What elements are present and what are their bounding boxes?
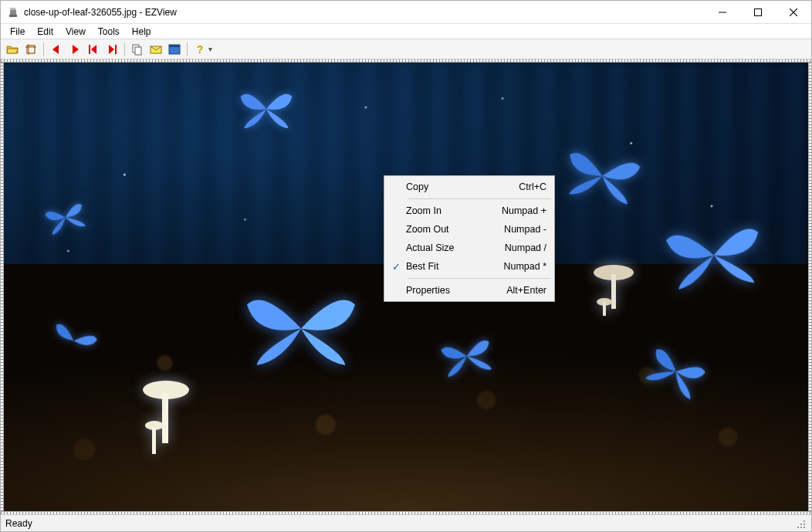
svg-rect-19 — [603, 302, 606, 316]
minimize-button[interactable] — [705, 1, 740, 24]
context-menu-separator — [408, 278, 551, 279]
svg-rect-11 — [135, 47, 141, 55]
copy-icon[interactable] — [129, 41, 146, 58]
context-menu-properties[interactable]: Properties Alt+Enter — [386, 281, 553, 300]
svg-rect-17 — [611, 274, 616, 309]
svg-rect-0 — [9, 15, 17, 17]
svg-rect-8 — [89, 45, 90, 54]
image-canvas[interactable]: Copy Ctrl+C Zoom In Numpad + Zoom Out Nu… — [4, 63, 808, 511]
context-menu: Copy Ctrl+C Zoom In Numpad + Zoom Out Nu… — [384, 175, 555, 302]
last-icon[interactable] — [103, 41, 120, 58]
svg-rect-14 — [169, 45, 180, 47]
first-icon[interactable] — [85, 41, 102, 58]
open-icon[interactable] — [4, 41, 21, 58]
resize-grip[interactable] — [794, 517, 807, 530]
svg-rect-9 — [115, 45, 117, 54]
context-menu-separator — [408, 198, 551, 199]
ruler-vertical-right — [808, 63, 811, 511]
svg-rect-21 — [162, 393, 168, 443]
menu-edit[interactable]: Edit — [31, 25, 59, 39]
prev-icon[interactable] — [48, 41, 65, 58]
close-button[interactable] — [776, 1, 811, 24]
help-icon[interactable]: ? — [191, 41, 208, 58]
check-icon: ✓ — [386, 261, 406, 273]
crop-icon[interactable] — [22, 41, 39, 58]
next-icon[interactable] — [66, 41, 83, 58]
context-menu-zoom-out[interactable]: Zoom Out Numpad - — [386, 220, 553, 239]
menu-help[interactable]: Help — [126, 25, 157, 39]
svg-rect-2 — [755, 8, 762, 15]
svg-rect-23 — [152, 427, 156, 454]
toolbar: ? ▾ — [1, 39, 811, 59]
context-menu-zoom-in[interactable]: Zoom In Numpad + — [386, 202, 553, 220]
status-text: Ready — [5, 518, 32, 529]
toolbar-overflow[interactable]: ▾ — [208, 45, 212, 53]
statusbar: Ready — [1, 514, 811, 531]
menu-file[interactable]: File — [4, 25, 31, 39]
menu-view[interactable]: View — [59, 25, 92, 39]
fullscreen-icon[interactable] — [166, 41, 183, 58]
ruler-horizontal-bottom — [1, 511, 811, 514]
svg-text:?: ? — [197, 43, 204, 56]
workspace: Copy Ctrl+C Zoom In Numpad + Zoom Out Nu… — [1, 59, 811, 514]
context-menu-best-fit[interactable]: ✓ Best Fit Numpad * — [386, 257, 553, 276]
titlebar: close-up-of-leaf-326055.jpg - EZView — [1, 1, 811, 24]
context-menu-copy[interactable]: Copy Ctrl+C — [386, 178, 553, 196]
menubar: File Edit View Tools Help — [1, 24, 811, 39]
context-menu-actual-size[interactable]: Actual Size Numpad / — [386, 239, 553, 257]
mail-icon[interactable] — [147, 41, 164, 58]
menu-tools[interactable]: Tools — [92, 25, 126, 39]
app-icon — [7, 6, 19, 19]
maximize-button[interactable] — [740, 1, 776, 24]
window-title: close-up-of-leaf-326055.jpg - EZView — [24, 7, 177, 18]
